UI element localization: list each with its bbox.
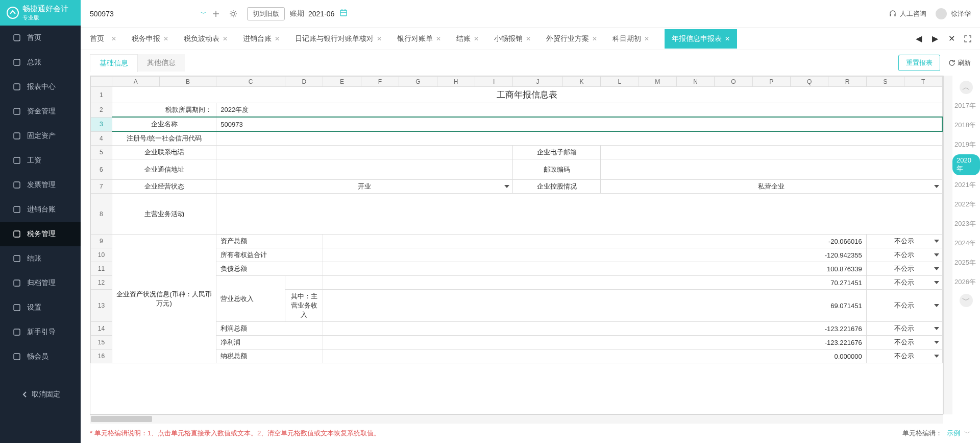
gear-icon[interactable]: [225, 5, 242, 22]
value-cell[interactable]: -120.942355: [323, 248, 866, 262]
tab-8[interactable]: 外贸行业方案✕: [546, 34, 597, 43]
year-2020年[interactable]: 2020年: [952, 154, 980, 175]
year-2021年[interactable]: 2021年: [952, 175, 980, 195]
col-header-T[interactable]: T: [904, 77, 942, 87]
example-link[interactable]: 示例: [947, 429, 960, 437]
close-icon[interactable]: ✕: [111, 35, 116, 42]
publish-select[interactable]: 不公示: [866, 349, 942, 363]
close-icon[interactable]: ✕: [644, 35, 649, 42]
close-icon[interactable]: ✕: [526, 35, 531, 42]
close-icon[interactable]: ✕: [474, 35, 479, 42]
row-12[interactable]: 12营业总收入70.271451不公示: [91, 276, 943, 290]
col-header-B[interactable]: B: [159, 77, 216, 87]
reset-button[interactable]: 重置报表: [898, 55, 940, 71]
calendar-icon[interactable]: [339, 9, 348, 19]
publish-select[interactable]: 不公示: [866, 276, 942, 290]
consult-button[interactable]: 人工咨询: [889, 9, 926, 18]
tab-scroll-left[interactable]: ◀: [911, 29, 927, 49]
horizontal-scrollbar[interactable]: [90, 414, 943, 424]
chevron-down-icon[interactable]: ﹀: [964, 429, 971, 437]
tab-5[interactable]: 银行对账单✕: [397, 34, 441, 43]
col-header-R[interactable]: R: [828, 77, 866, 87]
nav-inout[interactable]: 进销台账: [0, 197, 81, 222]
tab-2[interactable]: 税负波动表✕: [184, 34, 228, 43]
cancel-pin[interactable]: 取消固定: [0, 383, 81, 406]
refresh-button[interactable]: 刷新: [948, 58, 971, 67]
company-name-cell[interactable]: 500973: [216, 117, 942, 131]
nav-report[interactable]: 报表中心: [0, 75, 81, 99]
publish-select[interactable]: 不公示: [866, 248, 942, 262]
publish-select[interactable]: 不公示: [866, 336, 942, 349]
tab-9[interactable]: 科目期初✕: [612, 34, 649, 43]
nav-guide[interactable]: 新手引导: [0, 320, 81, 344]
row-14[interactable]: 14利润总额-123.221676不公示: [91, 322, 943, 336]
col-header-O[interactable]: O: [715, 77, 752, 87]
year-2018年[interactable]: 2018年: [952, 115, 980, 135]
row-7[interactable]: 7 企业经营状态 开业 企业控股情况 私营企业: [91, 180, 943, 194]
sub-tab-basic[interactable]: 基础信息: [90, 54, 138, 72]
year-2023年[interactable]: 2023年: [952, 214, 980, 234]
row-11[interactable]: 11负债总额100.876339不公示: [91, 262, 943, 276]
publish-select[interactable]: 不公示: [866, 235, 942, 248]
row-9[interactable]: 9企业资产状况信息(币种：人民币万元)资产总额-20.066016不公示: [91, 235, 943, 248]
year-2025年[interactable]: 2025年: [952, 253, 980, 272]
col-header-N[interactable]: N: [676, 77, 714, 87]
close-icon[interactable]: ✕: [436, 35, 441, 42]
vertical-scrollbar[interactable]: [943, 76, 952, 414]
tab-fullscreen-icon[interactable]: [960, 29, 976, 49]
row-3[interactable]: 3 企业名称 500973: [91, 117, 943, 131]
corner-cell[interactable]: [91, 77, 112, 87]
user-menu[interactable]: 徐泽华: [936, 8, 971, 19]
tab-10[interactable]: 年报信息申报表✕: [665, 29, 737, 49]
nav-fund[interactable]: 资金管理: [0, 99, 81, 124]
nav-tax[interactable]: 税务管理: [0, 222, 81, 246]
col-header-G[interactable]: G: [399, 77, 437, 87]
company-select[interactable]: 500973 ﹀: [90, 9, 207, 18]
col-header-K[interactable]: K: [562, 77, 600, 87]
value-cell[interactable]: -123.221676: [323, 336, 866, 349]
nav-gear[interactable]: 设置: [0, 295, 81, 320]
nav-salary[interactable]: 工资: [0, 148, 81, 173]
business-status-select[interactable]: 开业: [216, 180, 513, 194]
col-header-F[interactable]: F: [361, 77, 399, 87]
col-header-L[interactable]: L: [601, 77, 639, 87]
col-header-J[interactable]: J: [513, 77, 563, 87]
row-16[interactable]: 16纳税总额0.000000不公示: [91, 349, 943, 363]
col-header-A[interactable]: A: [112, 77, 159, 87]
row-15[interactable]: 15净利润-123.221676不公示: [91, 336, 943, 349]
publish-select[interactable]: 不公示: [866, 262, 942, 276]
year-2024年[interactable]: 2024年: [952, 234, 980, 253]
year-2017年[interactable]: 2017年: [952, 96, 980, 115]
old-version-button[interactable]: 切到旧版: [247, 7, 285, 20]
close-icon[interactable]: ✕: [163, 35, 168, 42]
sub-tab-other[interactable]: 其他信息: [138, 54, 185, 72]
tab-7[interactable]: 小畅报销✕: [494, 34, 531, 43]
value-cell[interactable]: 70.271451: [323, 276, 866, 290]
tab-close-all[interactable]: ✕: [943, 29, 960, 49]
publish-select[interactable]: 不公示: [866, 290, 942, 322]
year-up-icon[interactable]: ︿: [960, 81, 973, 94]
row-10[interactable]: 10所有者权益合计-120.942355不公示: [91, 248, 943, 262]
value-cell[interactable]: -20.066016: [323, 235, 866, 248]
nav-ledger[interactable]: 总账: [0, 50, 81, 75]
tab-1[interactable]: 税务申报✕: [132, 34, 168, 43]
row-2[interactable]: 2 税款所属期间： 2022年度: [91, 103, 943, 118]
row-8[interactable]: 8 主营业务活动: [91, 194, 943, 235]
close-icon[interactable]: ✕: [592, 35, 597, 42]
col-header-D[interactable]: D: [285, 77, 323, 87]
spreadsheet[interactable]: ABCDEFGHIJKLMNOPQRST 1 工商年报信息表 2 税款所属期间：…: [90, 76, 943, 414]
year-2026年[interactable]: 2026年: [952, 272, 980, 292]
value-cell[interactable]: 100.876339: [323, 262, 866, 276]
add-icon[interactable]: [207, 5, 225, 22]
year-2019年[interactable]: 2019年: [952, 135, 980, 154]
tab-6[interactable]: 结账✕: [456, 34, 479, 43]
tab-scroll-right[interactable]: ▶: [927, 29, 943, 49]
holding-type-select[interactable]: 私营企业: [601, 180, 942, 194]
value-cell[interactable]: 69.071451: [323, 290, 866, 322]
tab-3[interactable]: 进销台账✕: [243, 34, 280, 43]
row-6[interactable]: 6 企业通信地址 邮政编码: [91, 159, 943, 180]
col-header-S[interactable]: S: [866, 77, 904, 87]
nav-member[interactable]: 畅会员: [0, 344, 81, 369]
nav-invoice[interactable]: 发票管理: [0, 173, 81, 197]
value-cell[interactable]: -123.221676: [323, 322, 866, 336]
